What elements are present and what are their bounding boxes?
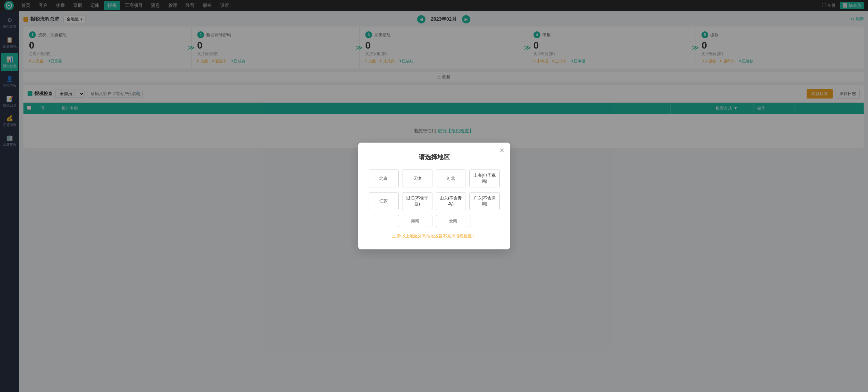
- region-btn-jiangsu[interactable]: 江苏: [369, 192, 399, 210]
- region-btn-yunnan[interactable]: 云南: [436, 215, 470, 227]
- region-grid-row1: 北京 天津 河北 上海(电子税局): [369, 169, 500, 187]
- region-btn-zhejiang[interactable]: 浙江(不含宁波): [402, 192, 432, 210]
- region-select-modal: ✕ 请选择地区 北京 天津 河北 上海(电子税局) 江苏 浙江(不含宁波) 山东…: [358, 143, 510, 249]
- modal-warning: ⚠ 除以上地区外其他地区暂不支持报税检查！: [369, 233, 500, 239]
- region-grid-row2: 江苏 浙江(不含宁波) 山东(不含青岛) 广东(不含深圳): [369, 192, 500, 210]
- region-btn-guangdong[interactable]: 广东(不含深圳): [469, 192, 500, 210]
- region-btn-hainan[interactable]: 海南: [398, 215, 432, 227]
- warning-icon: ⚠: [392, 234, 396, 239]
- region-btn-shanghai[interactable]: 上海(电子税局): [469, 169, 500, 187]
- warning-text: 除以上地区外其他地区暂不支持报税检查！: [397, 233, 476, 239]
- region-btn-hebei[interactable]: 河北: [436, 169, 466, 187]
- region-grid-row3: 海南 云南: [369, 215, 500, 227]
- region-btn-shandong[interactable]: 山东(不含青岛): [436, 192, 466, 210]
- modal-overlay[interactable]: ✕ 请选择地区 北京 天津 河北 上海(电子税局) 江苏 浙江(不含宁波) 山东…: [0, 0, 868, 392]
- modal-close-button[interactable]: ✕: [499, 147, 505, 154]
- region-btn-tianjin[interactable]: 天津: [402, 169, 432, 187]
- region-btn-beijing[interactable]: 北京: [369, 169, 399, 187]
- modal-title: 请选择地区: [369, 153, 500, 161]
